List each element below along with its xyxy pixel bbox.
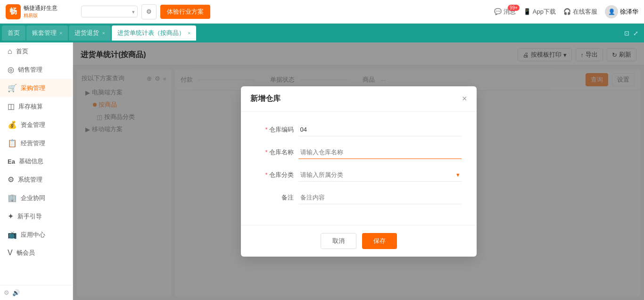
note-label: 备注 bbox=[256, 193, 294, 202]
warehouse-code-input[interactable] bbox=[298, 123, 462, 136]
gear-icon: ⚙ bbox=[146, 8, 152, 15]
note-input[interactable] bbox=[298, 191, 462, 204]
user-area[interactable]: 👤 徐泽华 bbox=[605, 5, 638, 18]
category-label: 仓库分类 bbox=[256, 171, 294, 179]
system-icon: ⚙ bbox=[8, 175, 14, 184]
sidebar-settings-icon[interactable]: ⚙ bbox=[4, 289, 9, 296]
modal-close-button[interactable]: × bbox=[462, 94, 467, 103]
headset-icon: 🎧 bbox=[563, 8, 571, 15]
category-select-input[interactable] bbox=[298, 168, 462, 181]
cancel-button[interactable]: 取消 bbox=[321, 233, 356, 249]
search-input[interactable]: 日太阳膜 bbox=[81, 6, 138, 17]
name-label: 仓库名称 bbox=[256, 148, 294, 157]
purchase-icon: 🛒 bbox=[8, 83, 17, 92]
sidebar-item-operation[interactable]: 📋 经营管理 bbox=[0, 134, 73, 152]
home-tab-label: 首页 bbox=[8, 29, 20, 37]
header-right: 💬 消息 99+ 📱 App下载 🎧 在线客服 👤 徐泽华 bbox=[494, 5, 638, 18]
modal-header: 新增仓库 × bbox=[241, 86, 477, 112]
form-row-name: 仓库名称 bbox=[256, 146, 462, 159]
sales-icon: ◎ bbox=[8, 65, 14, 74]
vip-icon: V bbox=[8, 249, 13, 257]
tab-home[interactable]: 首页 bbox=[2, 25, 25, 41]
tab-expand-icon[interactable]: ⤢ bbox=[633, 30, 638, 37]
home-icon: ⌂ bbox=[8, 47, 12, 56]
logo-icon: 畅 bbox=[6, 4, 21, 19]
code-label: 仓库编码 bbox=[256, 125, 294, 134]
sidebar: ⌂ 首页 ◎ 销售管理 🛒 采购管理 ◫ 库存核算 💰 资金管理 📋 经营管理 … bbox=[0, 42, 73, 300]
sidebar-item-system[interactable]: ⚙ 系统管理 bbox=[0, 170, 73, 189]
operation-icon: 📋 bbox=[8, 139, 17, 148]
category-select-wrap bbox=[298, 168, 462, 182]
online-service-item[interactable]: 🎧 在线客服 bbox=[563, 8, 597, 16]
logo-text: 畅捷通好生意 精易版 bbox=[24, 4, 58, 19]
top-header: 畅 畅捷通好生意 精易版 日太阳膜 ⚙ 体验行业方案 💬 消息 99+ 📱 Ap… bbox=[0, 0, 644, 24]
modal-overlay: 新增仓库 × 仓库编码 仓库名称 仓库分类 bbox=[73, 42, 644, 300]
tab-bar-actions: ⊡ ⤢ bbox=[624, 30, 642, 37]
avatar: 👤 bbox=[605, 5, 618, 18]
tab-account[interactable]: 账套管理 × bbox=[26, 25, 68, 41]
logo-area: 畅 畅捷通好生意 精易版 bbox=[6, 4, 76, 19]
save-button[interactable]: 保存 bbox=[362, 233, 397, 249]
sidebar-item-vip[interactable]: V 畅会员 bbox=[0, 244, 73, 262]
search-area: 日太阳膜 ⚙ 体验行业方案 bbox=[81, 4, 210, 19]
account-tab-label: 账套管理 bbox=[32, 29, 57, 37]
tab-purchase-stats[interactable]: 进货单统计表（按商品） × bbox=[112, 25, 196, 41]
basic-info-icon: Ea bbox=[8, 158, 15, 165]
sidebar-item-guide[interactable]: ✦ 新手引导 bbox=[0, 207, 73, 225]
modal-footer: 取消 保存 bbox=[241, 225, 477, 257]
sidebar-item-purchase[interactable]: 🛒 采购管理 bbox=[0, 79, 73, 97]
tab-bar: 首页 账套管理 × 进货退货 × 进货单统计表（按商品） × ⊡ ⤢ bbox=[0, 24, 644, 42]
new-warehouse-modal: 新增仓库 × 仓库编码 仓库名称 仓库分类 bbox=[241, 86, 477, 257]
sidebar-item-finance[interactable]: 💰 资金管理 bbox=[0, 116, 73, 134]
modal-title: 新增仓库 bbox=[250, 94, 281, 104]
content-area: 进货单统计(按商品) 🖨 按模板打印 ▾ ↑ 导出 ↻ 刷新 bbox=[73, 42, 644, 300]
sidebar-item-basic-info[interactable]: Ea 基础信息 bbox=[0, 152, 73, 170]
finance-icon: 💰 bbox=[8, 120, 17, 129]
form-row-code: 仓库编码 bbox=[256, 123, 462, 136]
sidebar-item-app-center[interactable]: 📺 应用中心 bbox=[0, 225, 73, 244]
modal-body: 仓库编码 仓库名称 仓库分类 bbox=[241, 112, 477, 225]
tab-restore-icon[interactable]: ⊡ bbox=[624, 30, 629, 37]
sidebar-item-home[interactable]: ⌂ 首页 bbox=[0, 42, 73, 60]
app-center-icon: 📺 bbox=[8, 230, 17, 239]
enterprise-icon: 🏢 bbox=[8, 193, 17, 202]
message-badge: 99+ bbox=[508, 5, 520, 11]
phone-icon: 📱 bbox=[523, 8, 531, 15]
form-row-note: 备注 bbox=[256, 191, 462, 204]
purchase-stats-tab-label: 进货单统计表（按商品） bbox=[117, 29, 185, 37]
tab-purchase-return[interactable]: 进货退货 × bbox=[69, 25, 110, 41]
tab-account-close[interactable]: × bbox=[59, 30, 62, 36]
message-item[interactable]: 💬 消息 99+ bbox=[494, 8, 516, 16]
warehouse-name-input[interactable] bbox=[298, 146, 462, 159]
sidebar-item-inventory[interactable]: ◫ 库存核算 bbox=[0, 97, 73, 116]
purchase-return-tab-label: 进货退货 bbox=[74, 29, 99, 37]
sidebar-bottom: ⚙ 🔊 bbox=[0, 285, 73, 300]
main-layout: ⌂ 首页 ◎ 销售管理 🛒 采购管理 ◫ 库存核算 💰 资金管理 📋 经营管理 … bbox=[0, 42, 644, 300]
search-select-wrap: 日太阳膜 bbox=[81, 6, 138, 17]
tab-purchase-return-close[interactable]: × bbox=[102, 30, 105, 36]
form-row-category: 仓库分类 bbox=[256, 168, 462, 182]
inventory-icon: ◫ bbox=[8, 102, 15, 111]
sidebar-item-sales[interactable]: ◎ 销售管理 bbox=[0, 60, 73, 79]
guide-icon: ✦ bbox=[8, 212, 14, 221]
app-download-item[interactable]: 📱 App下载 bbox=[523, 8, 556, 16]
trial-button[interactable]: 体验行业方案 bbox=[160, 5, 210, 19]
gear-button[interactable]: ⚙ bbox=[141, 4, 157, 19]
tab-purchase-stats-close[interactable]: × bbox=[188, 30, 190, 36]
sidebar-audio-icon[interactable]: 🔊 bbox=[12, 289, 20, 296]
sidebar-item-enterprise[interactable]: 🏢 企业协同 bbox=[0, 189, 73, 207]
message-icon: 💬 bbox=[494, 8, 502, 15]
